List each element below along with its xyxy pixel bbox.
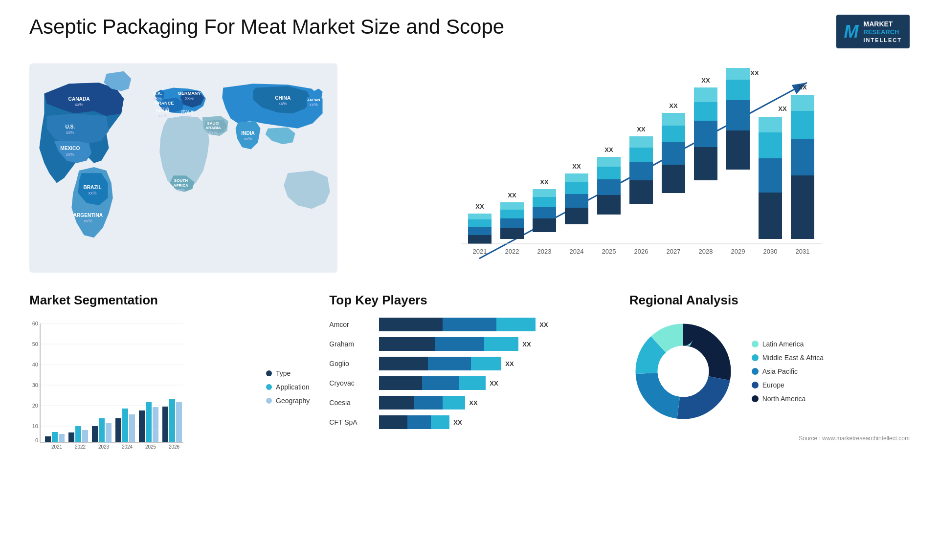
regional-section: Regional Analysis xyxy=(629,293,910,456)
svg-rect-45 xyxy=(597,179,621,195)
bar-seg3 xyxy=(459,376,486,390)
svg-rect-23 xyxy=(468,214,492,219)
svg-rect-29 xyxy=(500,202,524,210)
growth-chart-svg: 2021 XX 2022 XX 2023 XX xyxy=(357,68,910,278)
svg-text:ARABIA: ARABIA xyxy=(205,126,221,130)
svg-rect-39 xyxy=(565,194,588,208)
svg-text:0: 0 xyxy=(35,437,38,443)
page-title: Aseptic Packaging For Meat Market Size a… xyxy=(29,15,504,39)
svg-rect-116 xyxy=(122,409,128,442)
legend-app-label: Application xyxy=(276,383,310,391)
svg-text:2024: 2024 xyxy=(570,248,584,255)
regional-title: Regional Analysis xyxy=(629,293,910,308)
seg-legend: Type Application Geography xyxy=(266,369,310,405)
bar-seg1 xyxy=(379,396,414,409)
main-grid: CANADA xx% U.S. xx% MEXICO xx% BRAZIL xx… xyxy=(29,63,910,456)
map-container: CANADA xx% U.S. xx% MEXICO xx% BRAZIL xx… xyxy=(29,63,337,273)
legend-type-dot xyxy=(266,370,272,376)
svg-rect-84 xyxy=(791,95,814,111)
svg-text:2023: 2023 xyxy=(98,444,110,450)
bar-seg1 xyxy=(379,337,435,351)
svg-rect-112 xyxy=(99,418,105,442)
region-mea: Middle East & Africa xyxy=(752,354,824,362)
svg-rect-64 xyxy=(694,102,717,121)
bar-seg2 xyxy=(443,318,496,331)
svg-text:xx%: xx% xyxy=(75,102,83,107)
bar-seg3 xyxy=(496,318,536,331)
svg-rect-32 xyxy=(533,218,556,232)
svg-rect-27 xyxy=(500,218,524,228)
svg-text:xx%: xx% xyxy=(310,102,318,107)
svg-rect-34 xyxy=(533,197,556,207)
svg-text:XX: XX xyxy=(750,69,759,77)
canada-label: CANADA xyxy=(68,96,90,102)
logo-m-letter: M xyxy=(844,22,859,42)
svg-text:2031: 2031 xyxy=(796,248,810,255)
svg-text:xx%: xx% xyxy=(154,96,162,101)
svg-text:AFRICA: AFRICA xyxy=(174,183,189,188)
svg-rect-21 xyxy=(468,227,492,235)
bar-seg1 xyxy=(379,376,422,390)
saudi-label: SAUDI xyxy=(207,121,219,126)
growth-bar-chart: 2021 XX 2022 XX 2023 XX xyxy=(357,68,910,278)
source-text: Source : www.marketresearchintellect.com xyxy=(629,435,910,442)
region-label-mea: Middle East & Africa xyxy=(762,354,824,362)
svg-text:XX: XX xyxy=(572,163,581,170)
bar-seg2 xyxy=(428,357,471,370)
player-name-graham: Graham xyxy=(329,340,373,348)
svg-text:2030: 2030 xyxy=(763,248,778,255)
svg-text:XX: XX xyxy=(637,126,646,133)
germany-label: GERMANY xyxy=(178,91,201,96)
legend-geo: Geography xyxy=(266,397,310,405)
players-title: Top Key Players xyxy=(329,293,609,308)
region-latin-america: Latin America xyxy=(752,340,824,348)
spain-label: SPAIN xyxy=(156,109,169,114)
bar-seg2 xyxy=(435,337,484,351)
svg-rect-40 xyxy=(565,182,588,194)
region-label-latin: Latin America xyxy=(762,340,804,348)
svg-text:50: 50 xyxy=(32,341,38,347)
svg-text:xx%: xx% xyxy=(185,96,194,101)
svg-text:2028: 2028 xyxy=(699,248,713,255)
player-val-graham: XX xyxy=(522,341,531,348)
svg-text:xx%: xx% xyxy=(279,101,287,106)
svg-text:2024: 2024 xyxy=(122,444,133,450)
svg-rect-65 xyxy=(694,87,717,102)
header: Aseptic Packaging For Meat Market Size a… xyxy=(29,15,910,48)
svg-rect-107 xyxy=(68,432,74,442)
svg-text:2025: 2025 xyxy=(602,248,616,255)
svg-text:xx%: xx% xyxy=(244,136,252,141)
svg-text:xx%: xx% xyxy=(183,115,192,120)
svg-rect-38 xyxy=(565,208,588,224)
svg-text:xx%: xx% xyxy=(66,152,74,157)
logo-research: RESEARCH xyxy=(864,28,902,37)
player-val-coesia: XX xyxy=(469,399,477,407)
region-dot-europe xyxy=(752,382,759,388)
logo-intellect: INTELLECT xyxy=(864,37,902,43)
growth-chart-section: 2021 XX 2022 XX 2023 XX xyxy=(357,63,910,278)
player-row-cftSpa: CFT SpA XX xyxy=(329,415,609,429)
segmentation-title: Market Segmentation xyxy=(29,293,310,308)
region-dot-north-america xyxy=(752,395,759,402)
svg-rect-35 xyxy=(533,189,556,197)
map-section: CANADA xx% U.S. xx% MEXICO xx% BRAZIL xx… xyxy=(29,63,337,278)
svg-rect-44 xyxy=(597,195,621,215)
svg-text:30: 30 xyxy=(32,382,38,388)
svg-text:2022: 2022 xyxy=(505,248,519,255)
svg-rect-125 xyxy=(176,402,182,442)
player-name-amcor: Amcor xyxy=(329,321,373,328)
svg-text:XX: XX xyxy=(778,105,787,112)
svg-rect-57 xyxy=(662,142,685,165)
legend-type: Type xyxy=(266,369,310,377)
svg-text:XX: XX xyxy=(540,178,549,186)
player-name-cftSpa: CFT SpA xyxy=(329,418,373,426)
logo-area: M MARKET RESEARCH INTELLECT xyxy=(836,15,910,48)
svg-rect-41 xyxy=(565,173,588,182)
region-asia-pacific: Asia Pacific xyxy=(752,367,824,375)
bar-seg3 xyxy=(484,337,518,351)
logo-market: MARKET xyxy=(864,20,902,28)
svg-text:XX: XX xyxy=(508,192,516,199)
svg-rect-105 xyxy=(59,434,65,442)
player-bar-wrap-coesia: XX xyxy=(379,396,609,409)
svg-text:40: 40 xyxy=(32,362,38,367)
